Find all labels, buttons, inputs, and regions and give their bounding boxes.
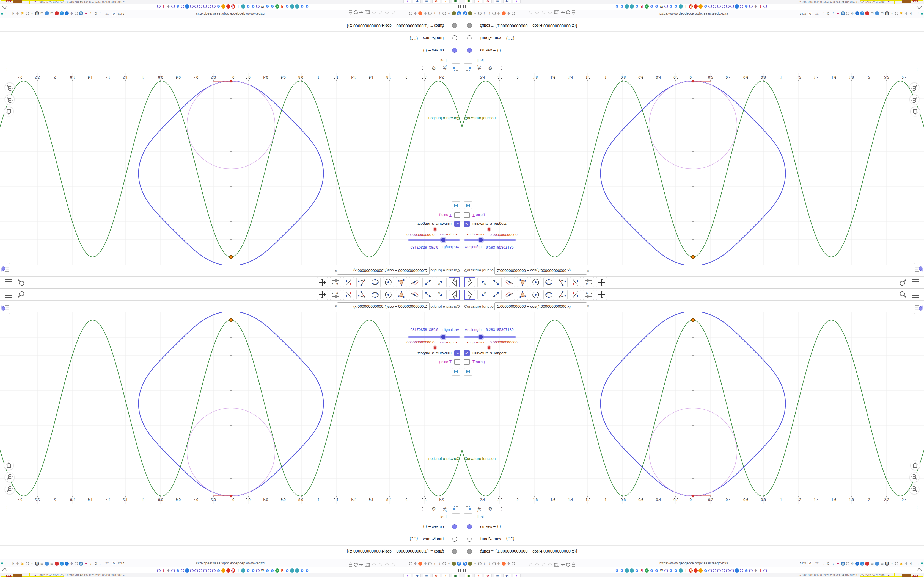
ud-badge-icon[interactable]: U (35, 562, 39, 566)
download-icon[interactable]: ↓ (831, 11, 835, 15)
wrench-icon[interactable]: ✙ (497, 11, 501, 15)
arc-right-icon[interactable]: ) (433, 11, 437, 15)
trash-icon[interactable]: ▤ (870, 11, 874, 15)
tool-point-button[interactable]: A (477, 277, 488, 287)
tool-slider-button[interactable]: a = 2 (330, 290, 341, 300)
poly-badge-icon[interactable] (749, 569, 753, 572)
arc-length-slider[interactable] (464, 336, 516, 338)
algebra-settings-button[interactable]: ⚙ (486, 63, 495, 72)
visibility-toggle[interactable] (467, 524, 472, 529)
google-icon[interactable]: G (744, 5, 748, 8)
gear-icon[interactable]: ⚙ (850, 11, 855, 15)
globe-color-icon[interactable] (45, 562, 49, 566)
inactive-extension-icon[interactable] (529, 11, 532, 14)
down-circle-icon[interactable]: ↓ (60, 11, 64, 15)
balloon-icon[interactable]: Y (463, 11, 467, 15)
balloon-icon[interactable]: Y (463, 562, 467, 566)
poly-badge-icon[interactable] (763, 5, 767, 8)
poly-badge-icon[interactable] (157, 569, 161, 572)
blue-oval-icon[interactable] (185, 569, 189, 572)
teal-globe-icon[interactable] (625, 569, 629, 572)
red-badge-icon[interactable] (693, 5, 698, 8)
arc-left-icon[interactable]: ( (482, 562, 486, 566)
globe-icon[interactable] (895, 562, 898, 566)
purple-mask-icon[interactable]: ◐ (404, 0, 411, 3)
poly-badge-icon[interactable] (181, 569, 184, 572)
google-icon[interactable]: G (703, 569, 708, 572)
balloon-icon[interactable]: Y (457, 11, 461, 15)
down-circle-icon[interactable]: ↓ (860, 562, 864, 566)
shield-icon[interactable]: ♦ (30, 562, 34, 566)
collapse-chevron-icon[interactable] (2, 4, 7, 9)
graphics-view[interactable]: -2.4-2.2-2-1.8-1.6-1.4-1.2-1-0.8-0.6-0.4… (0, 312, 462, 504)
red-gear-icon[interactable]: ⚙ (432, 0, 440, 3)
arc-left-icon[interactable]: ( (438, 11, 442, 15)
terminal-icon[interactable]: ▣ (465, 574, 472, 577)
reader-mode-icon[interactable]: A (111, 561, 116, 566)
tool-angle-button[interactable] (557, 290, 568, 300)
purple-mask-icon[interactable]: ◐ (404, 574, 411, 577)
wikipedia-icon[interactable]: W (260, 569, 265, 572)
tool-conic-button[interactable] (543, 277, 554, 287)
poly-badge-icon[interactable] (749, 5, 753, 8)
arc-length-slider[interactable] (408, 239, 460, 241)
inactive-extension-icon[interactable] (385, 563, 389, 566)
google-icon[interactable]: G (744, 569, 748, 572)
inactive-extension-icon[interactable] (529, 563, 532, 566)
main-menu-button[interactable] (911, 278, 920, 287)
settings-icon[interactable]: ⚙ (909, 11, 913, 15)
firefox-icon[interactable] (418, 562, 422, 566)
search-tool-button[interactable] (898, 290, 908, 299)
tool-line-button[interactable] (491, 277, 502, 287)
gear-icon[interactable]: ⚙ (166, 5, 171, 8)
teal-globe-icon[interactable] (630, 5, 634, 8)
gear-icon[interactable]: ⚙ (753, 5, 758, 8)
teal-globe-icon[interactable] (625, 5, 629, 8)
arc-position-slider-handle[interactable] (434, 228, 436, 230)
tracing-checkbox[interactable] (464, 359, 470, 365)
terminal-icon[interactable]: ▣ (465, 0, 472, 3)
google-icon[interactable]: G (654, 569, 659, 572)
olive-badge-icon[interactable] (452, 562, 456, 566)
teal-globe-icon[interactable] (290, 5, 294, 8)
inactive-extension-icon[interactable] (392, 563, 395, 566)
google-icon[interactable]: G (176, 569, 180, 572)
play-step-button[interactable] (452, 201, 460, 209)
curve-label[interactable]: Curvature function (428, 116, 460, 121)
google-icon[interactable]: G (216, 5, 221, 8)
tree-view-button[interactable] (464, 63, 472, 72)
graphics-view[interactable]: -2.4-2.2-2-1.8-1.6-1.4-1.2-1-0.8-0.6-0.4… (0, 73, 462, 265)
algebra-row-funcs[interactable]: funcs = {1.000000000000 + cos(4.00000000… (462, 19, 924, 32)
google-icon[interactable]: G (285, 569, 289, 572)
visibility-toggle[interactable] (452, 23, 457, 28)
poly-badge-icon[interactable] (190, 5, 194, 8)
tool-move-view-button[interactable] (317, 277, 328, 287)
archive-icon[interactable]: ▤ (880, 11, 884, 15)
play-step-button[interactable] (464, 201, 472, 209)
google-icon[interactable]: G (620, 569, 624, 572)
gear-icon[interactable]: ⚙ (69, 11, 74, 15)
collapse-chevron-icon[interactable] (2, 568, 7, 573)
balloon-icon[interactable]: Y (457, 562, 461, 566)
wrench-icon[interactable]: ✙ (16, 11, 20, 15)
inactive-extension-icon[interactable] (535, 11, 539, 14)
tool-slider-button[interactable]: a = 2 (583, 290, 594, 300)
algebra-row-funcnames[interactable]: funcNames = {" "} (0, 31, 462, 44)
teal-globe-icon[interactable] (295, 5, 299, 8)
tool-conic-button[interactable] (543, 290, 554, 300)
wrench-icon[interactable]: ✙ (904, 11, 908, 15)
download-icon[interactable]: ↓ (831, 562, 835, 566)
reload-icon[interactable]: C (826, 562, 830, 566)
gear-icon[interactable]: ⚙ (414, 11, 417, 15)
visibility-toggle[interactable] (452, 35, 457, 40)
collapse-group-button[interactable]: – (470, 515, 474, 519)
f-script-icon[interactable]: f (758, 569, 762, 572)
inactive-extension-icon[interactable] (392, 11, 395, 14)
google-icon[interactable]: G (251, 569, 255, 572)
firefox-icon[interactable]: ● (474, 574, 482, 577)
main-menu-button[interactable] (911, 290, 920, 299)
teal-globe-icon[interactable] (679, 569, 683, 572)
poly-badge-icon[interactable] (726, 569, 730, 572)
google-icon[interactable]: G (270, 5, 275, 8)
olive-badge-icon[interactable] (468, 562, 472, 566)
